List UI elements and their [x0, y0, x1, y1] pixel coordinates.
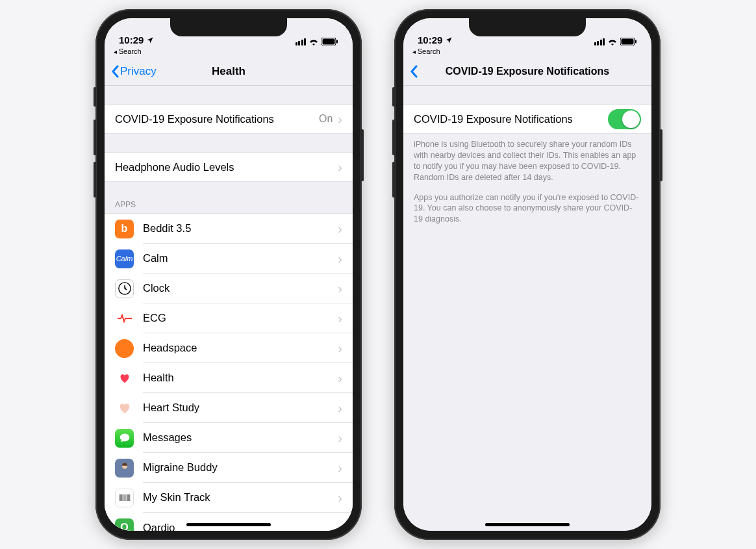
qardio-icon: Q [115, 518, 134, 531]
chevron-right-icon: › [338, 312, 342, 325]
svg-rect-9 [622, 39, 634, 45]
toggle-knob [622, 110, 640, 128]
app-name: My Skin Track [143, 491, 338, 504]
phone-exposure-notifications: 10:29 Search [394, 9, 661, 540]
app-name: Heart Study [143, 402, 338, 414]
chevron-right-icon: › [338, 112, 342, 125]
app-row-migraine-buddy[interactable]: Migraine Buddy› [105, 453, 353, 483]
svg-rect-5 [119, 494, 122, 501]
heart-study-icon [115, 399, 134, 418]
chevron-left-icon [410, 65, 418, 78]
location-icon [146, 36, 154, 44]
row-label: Headphone Audio Levels [115, 161, 338, 173]
apps-list: b Beddit 3.5› Calm Calm› Clock› [105, 213, 353, 531]
back-button[interactable] [410, 65, 418, 78]
back-button[interactable]: Privacy [111, 65, 157, 78]
chevron-right-icon: › [338, 431, 342, 444]
ecg-icon [115, 309, 134, 328]
breadcrumb-label: Search [418, 47, 440, 55]
notch [469, 18, 586, 36]
health-icon [115, 369, 134, 388]
home-indicator[interactable] [485, 523, 570, 526]
clock-icon [115, 279, 134, 298]
content[interactable]: COVID-19 Exposure Notifications On › Hea… [105, 86, 353, 531]
row-exposure-toggle[interactable]: COVID-19 Exposure Notifications [403, 104, 651, 134]
app-row-my-skin-track[interactable]: My Skin Track› [105, 483, 353, 513]
app-row-calm[interactable]: Calm Calm› [105, 244, 353, 274]
row-headphone-audio-levels[interactable]: Headphone Audio Levels › [105, 152, 353, 182]
row-label: COVID-19 Exposure Notifications [414, 113, 608, 125]
row-label: COVID-19 Exposure Notifications [115, 113, 319, 125]
app-name: Calm [143, 252, 338, 264]
app-name: Health [143, 372, 338, 384]
footer-text-1: iPhone is using Bluetooth to securely sh… [403, 134, 651, 183]
chevron-right-icon: › [338, 372, 342, 385]
app-name: Headspace [143, 342, 338, 354]
chevron-right-icon: › [338, 521, 342, 531]
wifi-icon [607, 38, 618, 45]
chevron-right-icon: › [338, 342, 342, 355]
screen-right: 10:29 Search [403, 18, 651, 531]
row-exposure-notifications[interactable]: COVID-19 Exposure Notifications On › [105, 104, 353, 134]
breadcrumb-back[interactable]: Search [105, 47, 353, 57]
chevron-right-icon: › [338, 160, 342, 173]
migraine-buddy-icon [115, 459, 134, 478]
svg-rect-7 [127, 494, 130, 501]
calm-icon: Calm [115, 249, 134, 268]
app-row-beddit[interactable]: b Beddit 3.5› [105, 214, 353, 244]
svg-rect-1 [323, 39, 335, 45]
app-name: Clock [143, 282, 338, 294]
phone-health-settings: 10:29 Search [95, 9, 362, 540]
battery-icon [321, 38, 338, 45]
chevron-right-icon: › [338, 491, 342, 504]
breadcrumb-label: Search [119, 47, 142, 55]
app-name: Beddit 3.5 [143, 222, 338, 235]
chevron-right-icon: › [338, 402, 342, 415]
app-name: Messages [143, 431, 338, 444]
svg-rect-2 [336, 40, 338, 44]
app-row-clock[interactable]: Clock› [105, 274, 353, 303]
headspace-icon [115, 339, 134, 358]
nav-bar: COVID-19 Exposure Notifications [403, 57, 651, 86]
row-value: On [319, 113, 333, 125]
notch [170, 18, 287, 36]
back-label: Privacy [120, 65, 157, 78]
breadcrumb-back[interactable]: Search [403, 47, 651, 57]
chevron-right-icon: › [338, 252, 342, 265]
messages-icon [115, 429, 134, 448]
apps-header: Apps [105, 196, 353, 213]
svg-rect-6 [123, 494, 126, 501]
location-icon [445, 36, 453, 44]
skin-track-icon [115, 489, 134, 507]
chevron-right-icon: › [338, 461, 342, 474]
app-row-heart-study[interactable]: Heart Study› [105, 393, 353, 423]
status-time: 10:29 [418, 34, 442, 45]
battery-icon [620, 38, 637, 45]
app-row-messages[interactable]: Messages› [105, 423, 353, 453]
chevron-left-icon [111, 65, 119, 78]
cellular-signal-icon [296, 38, 307, 45]
status-time: 10:29 [119, 34, 144, 45]
beddit-icon: b [115, 220, 134, 238]
nav-bar: Privacy Health [105, 57, 353, 86]
chevron-right-icon: › [338, 282, 342, 295]
footer-text-2: Apps you authorize can notify you if you… [403, 183, 651, 225]
app-row-health[interactable]: Health› [105, 363, 353, 393]
screen-left: 10:29 Search [105, 18, 353, 531]
app-row-headspace[interactable]: Headspace› [105, 333, 353, 363]
exposure-toggle[interactable] [608, 109, 641, 129]
home-indicator[interactable] [186, 523, 271, 526]
content[interactable]: COVID-19 Exposure Notifications iPhone i… [403, 86, 651, 531]
cellular-signal-icon [594, 38, 605, 45]
chevron-right-icon: › [338, 222, 342, 235]
svg-rect-10 [635, 40, 636, 44]
app-row-ecg[interactable]: ECG› [105, 303, 353, 333]
page-title: COVID-19 Exposure Notifications [403, 66, 651, 77]
app-row-qardio[interactable]: Q Qardio› [105, 513, 353, 531]
app-name: ECG [143, 312, 338, 324]
app-name: Migraine Buddy [143, 461, 338, 474]
wifi-icon [309, 38, 319, 45]
